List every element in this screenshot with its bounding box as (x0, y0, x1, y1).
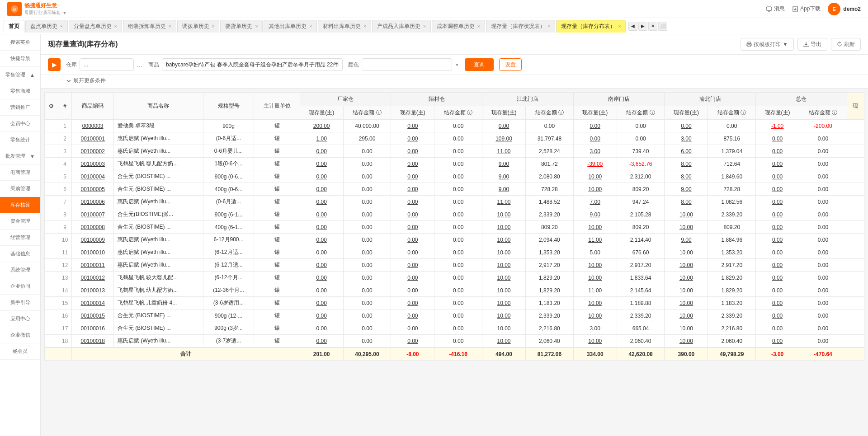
table-cell[interactable]: 8.00 (665, 170, 708, 183)
sidebar-item-search[interactable]: 搜索英单 (0, 34, 40, 51)
table-cell[interactable]: 3.00 (573, 145, 617, 158)
table-cell[interactable]: 10.00 (482, 259, 526, 272)
table-cell[interactable]: 0.00 (300, 272, 343, 284)
goods-input[interactable] (162, 58, 343, 71)
sidebar-item-ecommerce[interactable]: 电商管理 (0, 164, 40, 181)
table-cell[interactable]: 3.00 (665, 132, 708, 145)
table-cell[interactable]: 10.00 (573, 272, 617, 284)
table-cell[interactable]: 11.00 (573, 234, 617, 246)
table-cell[interactable]: 0.00 (391, 221, 434, 234)
table-cell[interactable]: 0.00 (756, 322, 799, 335)
table-cell[interactable]: 5.00 (573, 246, 617, 259)
table-cell[interactable]: 0.00 (300, 221, 343, 234)
table-cell[interactable]: 0.00 (482, 120, 526, 132)
table-cell[interactable]: 0.00 (300, 322, 343, 335)
table-cell[interactable]: 0.00 (391, 335, 434, 348)
table-cell[interactable]: 0.00 (391, 170, 434, 183)
close-icon[interactable]: × (309, 24, 312, 29)
filter-toggle-btn[interactable]: ▶ (48, 58, 61, 71)
table-cell[interactable]: 0.00 (391, 208, 434, 221)
table-cell[interactable]: 9.00 (573, 208, 617, 221)
tab-maximize[interactable]: ⬜ (658, 22, 667, 31)
table-cell[interactable]: 10.00 (665, 309, 708, 322)
table-cell[interactable]: 00100010 (72, 246, 114, 259)
table-cell[interactable]: 10.00 (665, 259, 708, 272)
table-cell[interactable]: 9.00 (482, 170, 526, 183)
sidebar-item-marketing[interactable]: 营销推广 (0, 99, 40, 116)
table-cell[interactable]: 0.00 (391, 145, 434, 158)
table-cell[interactable]: 0.00 (300, 183, 343, 196)
table-cell[interactable]: 10.00 (482, 335, 526, 348)
tab-prev-arrow[interactable]: ◀ (628, 22, 637, 31)
table-cell[interactable]: 1.00 (300, 132, 343, 145)
table-cell[interactable]: 0.00 (756, 309, 799, 322)
close-icon[interactable]: × (60, 24, 63, 29)
table-cell[interactable]: 0.00 (756, 145, 799, 158)
sidebar-item-retail-mall[interactable]: 零售商城 (0, 83, 40, 99)
table-cell[interactable]: 10.00 (665, 322, 708, 335)
table-cell[interactable]: 9.00 (665, 183, 708, 196)
table-cell[interactable]: 9.00 (665, 234, 708, 246)
sidebar-item-wechat[interactable]: 企业微信 (0, 327, 40, 343)
table-cell[interactable]: 10.00 (665, 221, 708, 234)
settings-btn[interactable]: 设置 (499, 58, 522, 71)
table-cell[interactable]: 0.00 (300, 259, 343, 272)
table-cell[interactable]: 0.00 (300, 208, 343, 221)
table-cell[interactable]: 00100013 (72, 284, 114, 297)
table-cell[interactable]: 10.00 (482, 234, 526, 246)
table-cell[interactable]: 0.00 (391, 183, 434, 196)
table-cell[interactable]: 00100016 (72, 322, 114, 335)
table-cell[interactable]: 0.00 (756, 208, 799, 221)
table-cell[interactable]: 00100015 (72, 309, 114, 322)
sidebar-item-member-center[interactable]: 会员中心 (0, 116, 40, 132)
table-cell[interactable]: 00100003 (72, 158, 114, 170)
table-cell[interactable]: 9.00 (482, 183, 526, 196)
tab-inventory-history[interactable]: 盘点单历史 × (25, 20, 68, 33)
table-cell[interactable]: 0.00 (300, 297, 343, 309)
table-cell[interactable]: 0.00 (756, 284, 799, 297)
table-cell[interactable]: 0.00 (300, 145, 343, 158)
sidebar-item-system[interactable]: 系统管理 (0, 262, 40, 278)
table-cell[interactable]: 10.00 (573, 309, 617, 322)
table-cell[interactable]: 10.00 (573, 183, 617, 196)
table-cell[interactable]: 0.00 (391, 234, 434, 246)
table-cell[interactable]: 7.00 (573, 196, 617, 208)
table-cell[interactable]: 8.00 (665, 158, 708, 170)
table-cell[interactable]: 0.00 (756, 183, 799, 196)
tab-cost-adjustment[interactable]: 成本调整单历史 × (432, 20, 485, 33)
tab-next-arrow[interactable]: ▶ (638, 22, 647, 31)
table-cell[interactable]: 0.00 (391, 259, 434, 272)
sidebar-item-quick-nav[interactable]: 快捷导航 (0, 51, 40, 67)
warehouse-input[interactable] (80, 58, 134, 71)
table-cell[interactable]: 0.00 (756, 297, 799, 309)
close-icon[interactable]: × (477, 24, 480, 29)
tab-close-all[interactable]: ✕ (648, 22, 657, 31)
sidebar-item-operations[interactable]: 经营管理 (0, 230, 40, 246)
tab-stock-distribution[interactable]: 现存量（库存分布表）× (556, 20, 626, 33)
table-cell[interactable]: 0.00 (756, 246, 799, 259)
table-cell[interactable]: 0.00 (756, 335, 799, 348)
table-cell[interactable]: 0.00 (756, 196, 799, 208)
table-cell[interactable]: 0.00 (300, 309, 343, 322)
expand-conditions-btn[interactable]: 展开更多条件 (66, 77, 861, 84)
close-icon[interactable]: × (169, 24, 171, 29)
table-cell[interactable]: 0.00 (391, 284, 434, 297)
table-cell[interactable]: 109.00 (482, 132, 526, 145)
table-cell[interactable]: 10.00 (482, 297, 526, 309)
table-cell[interactable]: 00100014 (72, 297, 114, 309)
table-cell[interactable]: 0.00 (391, 246, 434, 259)
table-cell[interactable]: 0.00 (391, 196, 434, 208)
table-cell[interactable]: 9.00 (482, 158, 526, 170)
table-cell[interactable]: 11.00 (573, 284, 617, 297)
table-cell[interactable]: 0.00 (391, 322, 434, 335)
sidebar-item-membership[interactable]: 畅会员 (0, 343, 40, 360)
table-cell[interactable]: 0.00 (391, 120, 434, 132)
table-cell[interactable]: 0.00 (756, 259, 799, 272)
table-cell[interactable]: 00100009 (72, 234, 114, 246)
table-cell[interactable]: 0.00 (756, 132, 799, 145)
table-cell[interactable]: 0.00 (300, 335, 343, 348)
sidebar-item-guide[interactable]: 新手引导 (0, 295, 40, 311)
app-download-btn[interactable]: App下载 (792, 5, 821, 13)
table-cell[interactable]: 10.00 (482, 284, 526, 297)
table-cell[interactable]: 10.00 (482, 322, 526, 335)
